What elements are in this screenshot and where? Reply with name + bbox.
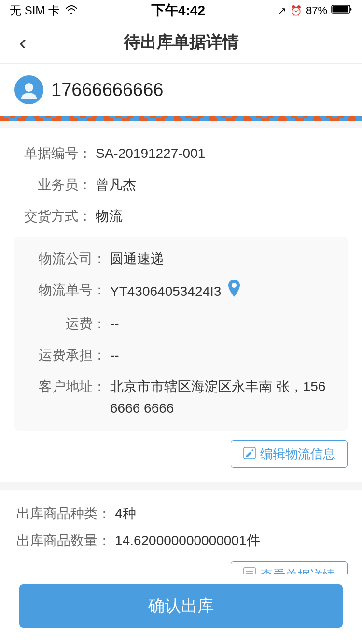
carrier-text: 无 SIM 卡 — [10, 3, 60, 18]
status-bar: 无 SIM 卡 下午4:42 ↗ ⏰ 87% — [0, 0, 362, 21]
nav-bar: ‹ 待出库单据详情 — [0, 21, 362, 64]
logistics-card: 物流公司： 圆通速递 物流单号： YT43064053424I3 运费： -- … — [14, 237, 348, 431]
sales-person-value: 曾凡杰 — [92, 174, 348, 196]
address-label: 客户地址： — [29, 376, 106, 398]
confirm-btn-container: 确认出库 — [0, 574, 362, 644]
address-row: 客户地址： 北京市市辖区海淀区永丰南 张，156 6666 6666 — [29, 376, 333, 420]
goods-type-label: 出库商品种类： — [14, 504, 111, 523]
goods-quantity-label: 出库商品数量： — [14, 532, 111, 550]
svg-rect-1 — [332, 6, 348, 13]
doc-number-row: 单据编号： SA-20191227-001 — [14, 143, 348, 165]
alarm-icon: ⏰ — [290, 5, 302, 16]
svg-point-3 — [21, 93, 37, 99]
basic-info-section: 单据编号： SA-20191227-001 业务员： 曾凡杰 交货方式： 物流 … — [0, 128, 362, 482]
doc-number-value: SA-20191227-001 — [92, 143, 348, 165]
location-pin-icon[interactable] — [227, 280, 241, 304]
avatar — [14, 75, 43, 104]
battery-percent: 87% — [306, 4, 327, 17]
tracking-number-text: YT43064053424I3 — [110, 281, 221, 303]
freight-bearer-value: -- — [106, 345, 333, 366]
delivery-method-value: 物流 — [92, 206, 348, 227]
dashed-divider — [0, 118, 362, 121]
status-time: 下午4:42 — [151, 1, 205, 20]
user-section: 17666666666 — [0, 64, 362, 118]
user-phone: 17666666666 — [51, 80, 163, 100]
location-status-icon: ↗ — [278, 5, 286, 16]
freight-label: 运费： — [29, 313, 106, 335]
sales-person-label: 业务员： — [14, 174, 92, 196]
freight-row: 运费： -- — [29, 313, 333, 335]
status-left: 无 SIM 卡 — [10, 3, 78, 18]
goods-type-value: 4种 — [111, 504, 136, 523]
goods-quantity-value: 14.620000000000001件 — [111, 532, 260, 550]
delivery-method-label: 交货方式： — [14, 206, 92, 227]
svg-point-4 — [232, 283, 237, 288]
freight-value: -- — [106, 313, 333, 335]
address-value: 北京市市辖区海淀区永丰南 张，156 6666 6666 — [106, 376, 333, 420]
doc-number-label: 单据编号： — [14, 143, 92, 165]
logistics-company-value: 圆通速递 — [106, 248, 333, 270]
wifi-icon — [65, 4, 78, 17]
freight-bearer-label: 运费承担： — [29, 345, 106, 366]
page-title: 待出库单据详情 — [124, 31, 238, 54]
tracking-label: 物流单号： — [29, 280, 106, 301]
logistics-company-label: 物流公司： — [29, 248, 106, 270]
edit-logistics-button[interactable]: 编辑物流信息 — [231, 440, 348, 468]
freight-bearer-row: 运费承担： -- — [29, 345, 333, 366]
tracking-number-row: 物流单号： YT43064053424I3 — [29, 280, 333, 304]
confirm-btn-label: 确认出库 — [148, 595, 214, 617]
edit-logistics-icon — [243, 446, 256, 462]
delivery-method-row: 交货方式： 物流 — [14, 206, 348, 227]
goods-quantity-row: 出库商品数量： 14.620000000000001件 — [14, 532, 348, 550]
svg-point-2 — [25, 83, 33, 92]
sales-person-row: 业务员： 曾凡杰 — [14, 174, 348, 196]
confirm-outbound-button[interactable]: 确认出库 — [19, 584, 343, 628]
edit-logistics-label: 编辑物流信息 — [260, 446, 335, 462]
back-button[interactable]: ‹ — [14, 26, 31, 59]
logistics-company-row: 物流公司： 圆通速递 — [29, 248, 333, 270]
goods-type-row: 出库商品种类： 4种 — [14, 504, 348, 523]
tracking-value-wrapper: YT43064053424I3 — [106, 280, 333, 304]
edit-btn-row: 编辑物流信息 — [14, 440, 348, 468]
battery-icon — [331, 4, 352, 17]
status-right: ↗ ⏰ 87% — [278, 4, 352, 17]
